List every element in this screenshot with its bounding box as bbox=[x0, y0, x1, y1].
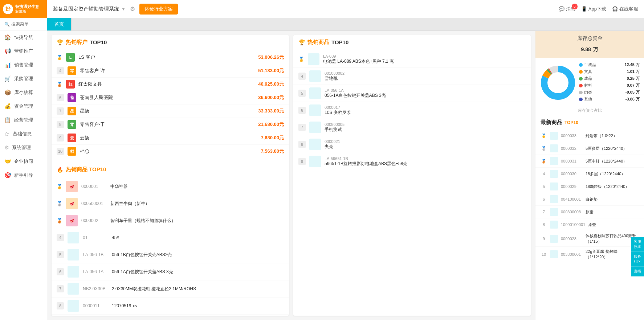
product-item: 🥈 🥩 000500001 新西兰牛肉（新牛） bbox=[52, 195, 289, 212]
sidebar-item-finance[interactable]: 💰 资金管理 bbox=[0, 99, 47, 113]
inventory-icon: 📦 bbox=[4, 89, 11, 96]
sale-products-title: 🏆 热销商品 TOP10 bbox=[293, 35, 531, 49]
float-btn-community[interactable]: 服务社区 bbox=[631, 252, 644, 267]
tabbar: 首页 bbox=[47, 18, 644, 31]
trial-button[interactable]: 体验行业方案 bbox=[139, 4, 178, 15]
customer-rank-item: 🥇 L LS 客户 53,006.26元 bbox=[52, 51, 289, 64]
customer-avatar: 档 bbox=[68, 147, 76, 156]
search-menu[interactable]: 🔍 搜索菜单 bbox=[0, 18, 47, 30]
inventory-legend: 半成品 12.45 万 文具 1.01 万 成品 0.25 万 bbox=[579, 62, 640, 103]
np-thumb bbox=[550, 182, 558, 190]
product-item: 🥉 🥩 0000002 智利车子里（规格不知道填什么） bbox=[52, 212, 289, 229]
sale-products-card: 🏆 热销商品 TOP10 🥇 LA-089 电池盖 LA-089 ABS本色+黑… bbox=[293, 35, 531, 316]
product-thumb bbox=[309, 70, 321, 82]
customer-rank-item: 8 零 零售客户-于 21,680.00元 bbox=[52, 118, 289, 131]
message-icon: 💬 bbox=[559, 6, 564, 12]
sidebar-item-guide[interactable]: 🎯 新手引导 bbox=[0, 168, 47, 182]
legend-item: 文具 1.01 万 bbox=[579, 69, 640, 74]
np-thumb bbox=[550, 235, 558, 243]
np-thumb bbox=[550, 157, 558, 165]
trophy-icon: 🏆 bbox=[57, 39, 64, 46]
sale-product-item: 9 LA-59651-1B 59651-1B旋转投影灯电池盒ABS黑色+58壳 bbox=[293, 153, 531, 170]
rank-num: 8 bbox=[298, 141, 306, 148]
customer-avatar: L bbox=[66, 53, 75, 62]
float-btn-live[interactable]: 直播 bbox=[631, 267, 644, 276]
sidebar-item-basicinfo[interactable]: 🗂 基础信息 bbox=[0, 127, 47, 141]
fire-icon: 🔥 bbox=[57, 167, 64, 173]
legend-dot bbox=[579, 77, 583, 81]
legend-dot bbox=[579, 91, 583, 94]
customer-avatar: 红 bbox=[66, 80, 75, 89]
product-thumb bbox=[68, 300, 79, 312]
guide-icon: 🎯 bbox=[4, 172, 11, 179]
product-item: 8 0000011 12070519-xs bbox=[52, 298, 289, 315]
inventory-chart-section: 半成品 12.45 万 文具 1.01 万 成品 0.25 万 bbox=[535, 58, 644, 108]
product-item: 6 LA-056-1A 056-1A白色按键开关盖ABS 3壳 bbox=[52, 263, 289, 280]
chevron-down-icon: ▼ bbox=[121, 7, 126, 12]
new-product-item: 4 0000030 18多层（1220*2440） bbox=[535, 168, 644, 180]
app-logo: 好 畅捷通好生意 标准版 bbox=[0, 0, 47, 18]
legend-dot bbox=[579, 84, 583, 87]
sidebar-item-quicknav[interactable]: 🏠 快捷导航 bbox=[0, 30, 47, 44]
np-thumb bbox=[550, 221, 558, 229]
sidebar-item-purchase[interactable]: 🛒 采购管理 bbox=[0, 72, 47, 86]
np-thumb bbox=[550, 132, 558, 140]
headset-icon: 🎧 bbox=[612, 6, 618, 12]
app-download-item[interactable]: 📱 App下载 bbox=[581, 6, 606, 12]
new-product-item: 10 003800001 22g鱼豆腐-烧烤味（1*12*20） bbox=[535, 247, 644, 262]
legend-dot bbox=[579, 98, 583, 101]
float-btn-service[interactable]: 客服热线 bbox=[631, 237, 644, 252]
product-thumb: 🥩 bbox=[66, 181, 78, 192]
sidebar-item-sales[interactable]: 📊 销售管理 bbox=[0, 58, 47, 72]
operations-icon: 📋 bbox=[4, 117, 11, 123]
tab-home[interactable]: 首页 bbox=[47, 18, 72, 30]
rank-num: 6 bbox=[57, 94, 64, 101]
online-service-item[interactable]: 🎧 在线客服 bbox=[612, 6, 638, 12]
product-thumb bbox=[68, 266, 79, 278]
np-thumb bbox=[550, 208, 558, 216]
product-thumb bbox=[309, 104, 321, 116]
trophy-icon: 🏆 bbox=[298, 39, 305, 46]
donut-chart bbox=[540, 65, 576, 101]
medal-icon: 🥇 bbox=[298, 57, 304, 62]
sidebar-item-inventory[interactable]: 📦 库存核算 bbox=[0, 86, 47, 99]
rank-num: 4 bbox=[57, 234, 64, 241]
new-product-item: 5 0000029 18颗粒板（1220*2440） bbox=[535, 180, 644, 193]
rank-num: 9 bbox=[57, 134, 64, 141]
rank-num: 4 bbox=[298, 73, 306, 80]
np-thumb bbox=[550, 144, 558, 152]
notifications-item[interactable]: 💬 消息 6 bbox=[559, 6, 575, 12]
legend-item: 材料 0.07 万 bbox=[579, 83, 640, 88]
customer-rank-item: 10 档 档总 7,563.00元 bbox=[52, 145, 289, 158]
np-thumb bbox=[550, 195, 558, 203]
topbar-title: 装备及固定资产辅助管理系统 ▼ bbox=[53, 6, 126, 12]
logo-icon: 好 bbox=[3, 4, 13, 14]
sidebar-item-operations[interactable]: 📋 经营管理 bbox=[0, 113, 47, 127]
sidebar-item-marketing[interactable]: 📢 营销推广 bbox=[0, 44, 47, 58]
rank-num: 7 bbox=[57, 285, 64, 292]
main-area: 装备及固定资产辅助管理系统 ▼ ⚙ 体验行业方案 💬 消息 6 📱 App下载 … bbox=[47, 0, 644, 320]
customer-avatar: 零 bbox=[68, 66, 76, 75]
new-product-item: 🥈 0000032 5厘多层（1220*2440） bbox=[535, 142, 644, 155]
sale-product-item: 4 001000002 雪地靴 bbox=[293, 68, 531, 85]
sales-icon: 📊 bbox=[4, 62, 11, 68]
customer-rank-item: 7 星 星扬 33,333.00元 bbox=[52, 104, 289, 118]
new-product-item: 🥇 0000033 封边带（1.0*22） bbox=[535, 130, 644, 142]
new-product-item: 6 004100001 白钢垫 bbox=[535, 193, 644, 206]
sidebar-item-system[interactable]: ⚙ 系统管理 bbox=[0, 141, 47, 155]
settings-icon[interactable]: ⚙ bbox=[130, 5, 135, 12]
topbar-right: 💬 消息 6 📱 App下载 🎧 在线客服 bbox=[559, 6, 638, 12]
sidebar-item-collab[interactable]: 🤝 企业协同 bbox=[0, 155, 47, 168]
legend-dot bbox=[579, 70, 583, 74]
phone-icon: 📱 bbox=[581, 6, 587, 12]
new-product-item: 7 000800008 原奎 bbox=[535, 206, 644, 218]
search-icon: 🔍 bbox=[4, 22, 10, 27]
basicinfo-icon: 🗂 bbox=[4, 131, 10, 137]
legend-item: 半成品 12.45 万 bbox=[579, 62, 640, 67]
content-area: 🏆 热销客户 TOP10 🥇 L LS 客户 53,006.26元 bbox=[47, 31, 644, 320]
product-thumb bbox=[68, 232, 79, 243]
sidebar: 好 畅捷通好生意 标准版 🔍 搜索菜单 🏠 快捷导航 📢 营销推广 📊 销售管理… bbox=[0, 0, 47, 320]
middle-panel: 🏆 热销客户 TOP10 🥇 L LS 客户 53,006.26元 bbox=[47, 31, 535, 320]
medal-icon: 🥈 bbox=[57, 201, 62, 206]
system-icon: ⚙ bbox=[4, 144, 9, 151]
